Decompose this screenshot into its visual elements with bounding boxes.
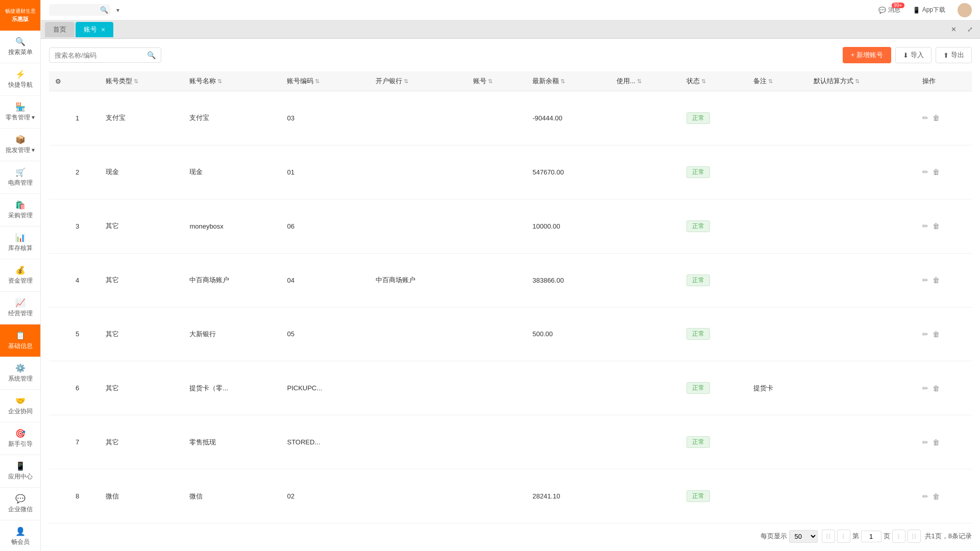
col-account-type[interactable]: 账号类型⇅ [100, 71, 184, 91]
row-actions: ✏ 🗑 [916, 253, 972, 307]
edit-icon[interactable]: ✏ [922, 114, 928, 122]
sidebar-item-enterprise-agreement[interactable]: 🤝 企业协同 [0, 390, 40, 422]
table-row: 4 其它 中百商场账户 04 中百商场账户 383866.00 正常 ✏ 🗑 [49, 253, 972, 307]
row-latest-balance: 547670.00 [526, 145, 610, 199]
sidebar-item-search[interactable]: 🔍 搜索菜单 [0, 31, 40, 63]
table-row: 3 其它 moneybosx 06 10000.00 正常 ✏ 🗑 [49, 199, 972, 253]
sidebar-label-operations: 经营管理 [8, 309, 33, 318]
notification-badge: 99+ [892, 3, 904, 8]
sidebar-nav: 🔍 搜索菜单 ⚡ 快捷导航 🏪 零售管理 ▾ 📦 批发管理 ▾ 🛒 电商管理 🛍… [0, 31, 40, 551]
col-settings[interactable]: ⚙ [49, 71, 69, 91]
sidebar-icon-system: ⚙️ [15, 363, 26, 373]
delete-icon[interactable]: 🗑 [933, 168, 940, 176]
col-account-code[interactable]: 账号编码⇅ [281, 71, 370, 91]
sidebar-item-finance[interactable]: 💰 资金管理 [0, 259, 40, 292]
row-latest-balance [526, 361, 610, 415]
sidebar-item-inventory[interactable]: 📊 库存核算 [0, 227, 40, 259]
edit-icon[interactable]: ✏ [922, 438, 928, 446]
sidebar-item-wholesale[interactable]: 📦 批发管理 ▾ [0, 129, 40, 161]
search-input[interactable] [55, 52, 147, 59]
row-latest-balance: 10000.00 [526, 199, 610, 253]
sidebar-item-app-center[interactable]: 📱 应用中心 [0, 455, 40, 488]
row-bank [370, 91, 467, 145]
row-actions: ✏ 🗑 [916, 145, 972, 199]
row-bank [370, 415, 467, 469]
tab-home[interactable]: 首页 [45, 22, 75, 37]
header-dropdown[interactable]: ▾ [116, 7, 119, 14]
page-prev-button[interactable]: ⟨ [837, 530, 850, 543]
col-bank[interactable]: 开户银行⇅ [370, 71, 467, 91]
sidebar-item-retail[interactable]: 🏪 零售管理 ▾ [0, 96, 40, 129]
col-default-settlement[interactable]: 默认结算方式⇅ [807, 71, 917, 91]
row-remark [747, 469, 807, 523]
row-settings [49, 469, 69, 523]
delete-icon[interactable]: 🗑 [933, 114, 940, 122]
col-status[interactable]: 状态⇅ [680, 71, 747, 91]
sidebar-icon-enterprise-agreement: 🤝 [15, 396, 26, 406]
col-actions: 操作 [916, 71, 972, 91]
tab-label-home: 首页 [53, 25, 66, 34]
tab-fullscreen-button[interactable]: ⤢ [964, 23, 976, 36]
sidebar-item-operations[interactable]: 📈 经营管理 [0, 292, 40, 324]
delete-icon[interactable]: 🗑 [933, 438, 940, 446]
row-account-type: 其它 [100, 415, 184, 469]
tab-account[interactable]: 账号× [76, 22, 113, 37]
page-input[interactable] [861, 531, 881, 542]
row-account-code: 06 [281, 199, 370, 253]
sidebar-item-system[interactable]: ⚙️ 系统管理 [0, 357, 40, 390]
export-button[interactable]: ⬆ 导出 [936, 47, 972, 63]
tab-close-account[interactable]: × [101, 26, 105, 33]
page-first-button[interactable]: ⟨⟨ [822, 530, 835, 543]
edit-icon[interactable]: ✏ [922, 222, 928, 230]
sidebar-item-basic-info[interactable]: 📋 基础信息 [0, 324, 40, 357]
import-button[interactable]: ⬇ 导入 [895, 47, 932, 63]
header-search-input[interactable] [54, 7, 100, 14]
sidebar-item-quick-nav[interactable]: ⚡ 快捷导航 [0, 63, 40, 96]
delete-icon[interactable]: 🗑 [933, 276, 940, 284]
edit-icon[interactable]: ✏ [922, 276, 928, 284]
app-download-button[interactable]: 📱 App下载 [909, 4, 949, 16]
sidebar-item-ecommerce[interactable]: 🛒 电商管理 [0, 161, 40, 194]
row-account-name: 微信 [183, 469, 281, 523]
row-account-code: 01 [281, 145, 370, 199]
col-account-name[interactable]: 账号名称⇅ [183, 71, 281, 91]
row-usage [610, 253, 680, 307]
search-box[interactable]: 🔍 [49, 47, 161, 63]
tab-bar: 首页账号× ✕ ⤢ [41, 20, 980, 39]
page-next-button[interactable]: ⟩ [892, 530, 905, 543]
user-avatar[interactable] [958, 3, 972, 17]
delete-icon[interactable]: 🗑 [933, 330, 940, 338]
row-remark [747, 91, 807, 145]
row-bank: 中百商场账户 [370, 253, 467, 307]
row-remark [747, 199, 807, 253]
col-remark[interactable]: 备注⇅ [747, 71, 807, 91]
col-index [69, 71, 100, 91]
row-status: 正常 [680, 91, 747, 145]
tab-close-all-button[interactable]: ✕ [947, 23, 960, 36]
col-account-no[interactable]: 账号⇅ [467, 71, 526, 91]
sidebar-item-new-guide[interactable]: 🎯 新手引导 [0, 422, 40, 455]
sidebar-item-enterprise-wechat[interactable]: 💬 企业微信 [0, 488, 40, 520]
delete-icon[interactable]: 🗑 [933, 222, 940, 230]
edit-icon[interactable]: ✏ [922, 384, 928, 392]
page-size-dropdown[interactable]: 50 100 200 [789, 530, 818, 543]
header-right: 💬 消息 99+ 📱 App下载 [878, 3, 972, 17]
sidebar-item-membership[interactable]: 👤 畅会员 [0, 520, 40, 551]
sidebar-item-purchase[interactable]: 🛍️ 采购管理 [0, 194, 40, 227]
notification-button[interactable]: 💬 消息 99+ [878, 6, 900, 14]
header-search-box[interactable]: 🔍 [49, 4, 110, 16]
add-account-button[interactable]: + 新增账号 [843, 47, 891, 63]
edit-icon[interactable]: ✏ [922, 492, 928, 500]
sidebar: 畅捷通财生意 乐惠版 🔍 搜索菜单 ⚡ 快捷导航 🏪 零售管理 ▾ 📦 批发管理… [0, 0, 41, 551]
edit-icon[interactable]: ✏ [922, 168, 928, 176]
edit-icon[interactable]: ✏ [922, 330, 928, 338]
status-badge: 正常 [687, 274, 710, 286]
page-last-button[interactable]: ⟩⟩ [908, 530, 921, 543]
col-usage[interactable]: 使用...⇅ [610, 71, 680, 91]
content-area: 🔍 + 新增账号 ⬇ 导入 ⬆ 导出 ⚙ 账号类型⇅ [41, 39, 980, 551]
col-latest-balance[interactable]: 最新余额⇅ [526, 71, 610, 91]
page-size-select: 每页显示 50 100 200 [761, 530, 818, 543]
delete-icon[interactable]: 🗑 [933, 492, 940, 500]
row-remark [747, 145, 807, 199]
delete-icon[interactable]: 🗑 [933, 384, 940, 392]
